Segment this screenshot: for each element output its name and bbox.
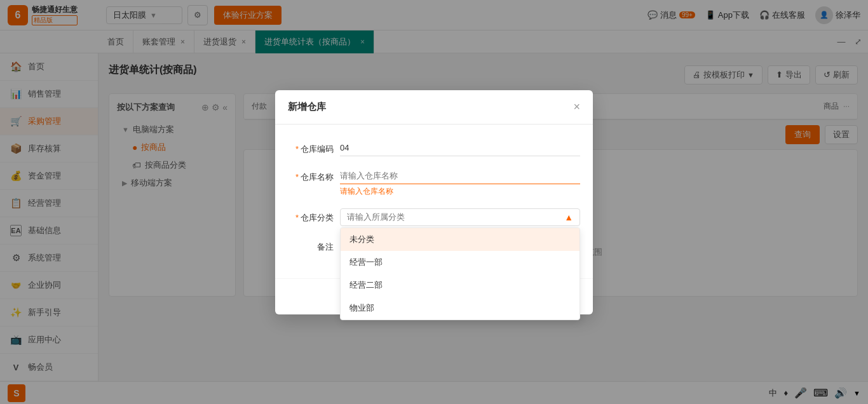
- code-input[interactable]: [340, 140, 580, 156]
- form-row-code: 仓库编码: [288, 140, 580, 156]
- note-label: 备注: [288, 238, 334, 253]
- dialog-close-icon[interactable]: ×: [573, 100, 580, 114]
- name-label: 仓库名称: [288, 168, 334, 183]
- form-row-category: 仓库分类 ▲ 未分类 经营一部 经营二部 物业部: [288, 208, 580, 226]
- dialog-body: 仓库编码 仓库名称 请输入仓库名称 仓库分类 ▲: [275, 125, 593, 278]
- category-toggle-icon[interactable]: ▲: [564, 212, 573, 222]
- dialog-header: 新增仓库 ×: [275, 90, 593, 125]
- name-input[interactable]: [340, 168, 580, 184]
- dropdown-item-uncategorized[interactable]: 未分类: [341, 228, 580, 251]
- dropdown-item-dept1[interactable]: 经营一部: [341, 251, 580, 274]
- category-input-wrap[interactable]: ▲: [340, 208, 580, 226]
- dropdown-item-dept3[interactable]: 物业部: [341, 297, 580, 320]
- code-label: 仓库编码: [288, 140, 334, 155]
- modal-overlay: 新增仓库 × 仓库编码 仓库名称 请输入仓库名称 仓库分类: [0, 0, 868, 404]
- code-field-wrap: [340, 140, 580, 156]
- category-dropdown: 未分类 经营一部 经营二部 物业部: [340, 227, 580, 320]
- name-field-wrap: 请输入仓库名称: [340, 168, 580, 197]
- name-error-msg: 请输入仓库名称: [340, 186, 580, 197]
- category-label: 仓库分类: [288, 208, 334, 224]
- category-field-wrap: ▲ 未分类 经营一部 经营二部 物业部: [340, 208, 580, 226]
- add-warehouse-dialog: 新增仓库 × 仓库编码 仓库名称 请输入仓库名称 仓库分类: [275, 90, 593, 314]
- dialog-title: 新增仓库: [288, 101, 326, 113]
- form-row-name: 仓库名称 请输入仓库名称: [288, 168, 580, 197]
- category-input[interactable]: [347, 212, 564, 222]
- dropdown-item-dept2[interactable]: 经营二部: [341, 274, 580, 297]
